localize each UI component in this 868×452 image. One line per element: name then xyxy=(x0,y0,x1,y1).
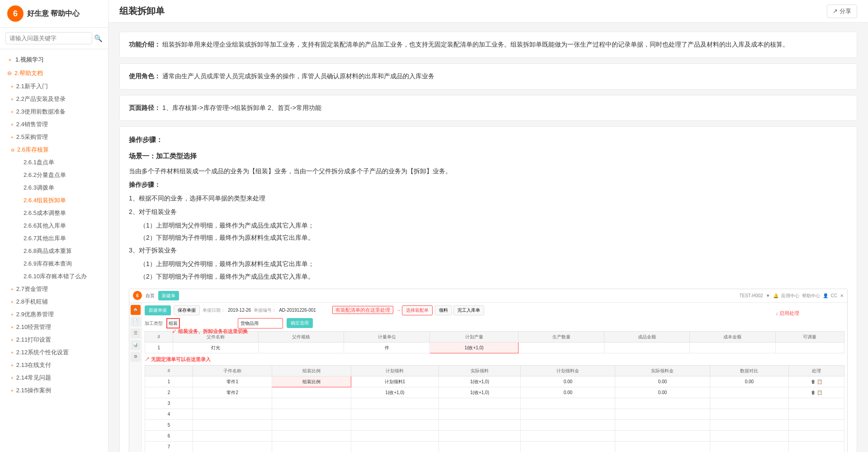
btn-save[interactable]: 保存单据 xyxy=(174,305,200,315)
col-prod-amount: 成品金额 xyxy=(604,331,689,342)
btn-select-order[interactable]: 选择装配单 xyxy=(402,305,433,315)
close-icon[interactable]: ✕ xyxy=(840,292,844,300)
sidebar-chart-icon[interactable]: 📊 xyxy=(131,340,141,350)
col-plan-qty: 计划产量 xyxy=(429,331,519,342)
table-row: 6 xyxy=(145,431,844,442)
sidebar-item-2-6-9[interactable]: 2.6.9库存账本查询 xyxy=(24,257,108,270)
col-cost-amount: 成本金额 xyxy=(690,331,775,342)
sidebar-item-2-7[interactable]: + 2.7资金管理 xyxy=(11,283,108,295)
col2-num: # xyxy=(145,366,193,376)
sidebar-item-2-6-3[interactable]: 2.6.3调拨单 xyxy=(24,181,108,194)
step2-2: （2）下部明细为子件明细，最终作为原材料生成其它出库单。 xyxy=(140,233,848,243)
sidebar-item-2-6-1[interactable]: 2.6.1盘点单 xyxy=(24,156,108,169)
dot-icon: + xyxy=(11,135,14,140)
col2-plan-pick: 计划领料 xyxy=(351,366,439,376)
sidebar-item-2-11[interactable]: + 2.11打印设置 xyxy=(11,333,108,346)
sidebar-doc-icon[interactable]: 📄 xyxy=(131,317,141,327)
sidebar-item-2-6-2[interactable]: 2.6.2分量盘点单 xyxy=(24,169,108,181)
screenshot-container: 6 自页 新建单 TEST-H002 ▼ 🔔 应用中心 帮助中心 👤 CC ✕ xyxy=(129,289,848,452)
btn-action1[interactable]: 领料 xyxy=(435,305,452,315)
dot-icon: + xyxy=(11,325,14,330)
step2-1: （1）上部明细为父件明细，最终作为产成品生成其它入库单； xyxy=(140,220,848,231)
dot-icon: + xyxy=(11,388,14,393)
step1: 1、根据不同的业务，选择不同单据的类型来处理 xyxy=(129,193,848,204)
user-icon: 👤 xyxy=(823,292,828,300)
plus-icon: ＋ xyxy=(7,56,13,64)
sidebar-item-2-9[interactable]: + 2.9优惠券管理 xyxy=(11,308,108,321)
sidebar-item-2-12[interactable]: + 2.12系统个性化设置 xyxy=(11,346,108,359)
nav-section-docs[interactable]: ⊖ 2.帮助文档 xyxy=(0,67,108,80)
app-menu-tab[interactable]: 新建单 xyxy=(158,291,179,300)
btn-action2[interactable]: 完工入库单 xyxy=(453,305,484,315)
path-text: 1、库存核算->库存管理->组装拆卸单 2、首页->常用功能 xyxy=(162,104,321,111)
table-row: 1 灯光 件 1(收+1,0) xyxy=(145,342,844,353)
date-value: 2019-12-26 xyxy=(228,306,251,314)
apps-label: 应用中心 xyxy=(781,292,799,300)
step3-1: （1）上部明细为父件明细，最终作为原材料生成其它出库单； xyxy=(140,259,848,270)
date-label: 单据日期： xyxy=(203,306,225,314)
share-button[interactable]: ↗ 分享 xyxy=(827,5,857,18)
scene1-desc: 当由多个子件材料组装成一个成品的业务为【组装】业务，当由一个父件拆分成多个子产品… xyxy=(129,166,848,177)
sidebar-item-2-4[interactable]: + 2.4销售管理 xyxy=(11,118,108,131)
sidebar-list-icon[interactable]: ☰ xyxy=(131,328,141,338)
annotation2-text: ↙ 组装业务、拆卸业务在这里切换 xyxy=(172,327,248,336)
col-adj-qty: 可调量 xyxy=(775,331,844,342)
nav-tree: ＋ 1.视频学习 ⊖ 2.帮助文档 + 2.1新手入门 + 2.2产品安装及登录… xyxy=(0,49,108,400)
dot-icon: + xyxy=(11,300,14,305)
child-table: # 子件名称 组装比例 计划领料 实际领料 计划领料金 实际领料金 数据对比 处… xyxy=(145,365,844,452)
sidebar-item-2-14[interactable]: + 2.14常见问题 xyxy=(11,371,108,384)
sidebar-item-2-13[interactable]: + 2.13在线支付 xyxy=(11,359,108,371)
table-row: 4 xyxy=(145,409,844,420)
dot-icon: + xyxy=(11,312,14,317)
role-text: 通常由生产人员或库管人员完成拆装业务的操作，库管人员确认原材料的出库和产成品的入… xyxy=(162,72,434,80)
sidebar-item-2-6[interactable]: ⊖ 2.6库存核算 xyxy=(11,143,108,156)
form-toolbar: 新建单据 保存单据 单据日期： 2019-12-26 单据编号： AD-2019… xyxy=(145,305,844,315)
sidebar-item-2-3[interactable]: + 2.3使用前数据准备 xyxy=(11,105,108,118)
nav-section-video[interactable]: ＋ 1.视频学习 xyxy=(0,53,108,67)
sidebar-settings-icon[interactable]: ⚙ xyxy=(131,352,141,362)
sidebar-item-2-6-6[interactable]: 2.6.6其他入库单 xyxy=(24,219,108,232)
col2-compare: 数据对比 xyxy=(710,366,789,376)
dot-icon: + xyxy=(11,376,14,381)
sidebar-item-2-6-5[interactable]: 2.6.5成本调整单 xyxy=(24,207,108,219)
arrow1: → xyxy=(396,308,401,313)
dot-icon: + xyxy=(11,109,14,114)
sidebar-item-2-8[interactable]: + 2.8手机旺辅 xyxy=(11,295,108,308)
col2-child-name: 子件名称 xyxy=(193,366,272,376)
sidebar-item-2-10[interactable]: + 2.10经营管理 xyxy=(11,321,108,333)
col2-ratio: 组装比例 xyxy=(272,366,351,376)
sidebar-item-2-1[interactable]: + 2.1新手入门 xyxy=(11,80,108,93)
dot-icon: + xyxy=(11,350,14,355)
sidebar-item-2-5[interactable]: + 2.5采购管理 xyxy=(11,131,108,143)
step3-2: （2）下部明细为子件明细，最终作为产成品生成其它入库单。 xyxy=(140,271,848,282)
btn-confirm[interactable]: 确定选用 xyxy=(287,318,313,328)
app-id: TEST-H002 xyxy=(739,292,763,300)
sidebar-item-2-2[interactable]: + 2.2产品安装及登录 xyxy=(11,93,108,105)
search-input[interactable] xyxy=(5,32,92,44)
role-block: 使用角色： 通常由生产人员或库管人员完成拆装业务的操作，库管人员确认原材料的出库… xyxy=(119,63,857,90)
main-area: 组装拆卸单 ↗ 分享 功能介绍： 组装拆卸单用来处理企业组装或拆卸等加工业务，支… xyxy=(108,0,868,452)
content-area: 功能介绍： 组装拆卸单用来处理企业组装或拆卸等加工业务，支持有固定装配清单的产品… xyxy=(108,23,868,452)
sidebar-item-2-6-8[interactable]: 2.6.8商品成本重算 xyxy=(24,245,108,257)
sidebar-item-2-6-10[interactable]: 2.6.10库存账本错了么办 xyxy=(24,270,108,283)
sidebar-item-2-6-4[interactable]: 2.6.4组装拆卸单 xyxy=(24,194,108,207)
col-prod-qty: 生产数量 xyxy=(519,331,604,342)
step2: 2、对于组装业务 xyxy=(129,207,848,218)
table-row: 2 零件2 1(收+1,0) 1(收+1,0) 0.00 0.00 🗑 📋 xyxy=(145,387,844,398)
table-row: 1 零件1 组装比例 计划领料1 1(收+1,0) 0.00 0.00 0.00… xyxy=(145,376,844,387)
page-title: 组装拆卸单 xyxy=(119,5,165,17)
btn-new[interactable]: 新建单据 xyxy=(145,305,171,315)
intro-text: 组装拆卸单用来处理企业组装或拆卸等加工业务，支持有固定装配清单的产品加工业务，也… xyxy=(162,41,789,48)
type-label: 加工类型 xyxy=(145,319,163,327)
logo-text: 好生意 帮助中心 xyxy=(27,9,80,19)
minus-icon: ⊖ xyxy=(7,70,12,76)
sidebar-item-2-6-7[interactable]: 2.6.7其他出库单 xyxy=(24,232,108,245)
dot-icon: + xyxy=(11,363,14,368)
app-topbar-right: TEST-H002 ▼ 🔔 应用中心 帮助中心 👤 CC ✕ xyxy=(739,292,844,300)
sidebar-item-2-15[interactable]: + 2.15操作案例 xyxy=(11,384,108,397)
search-button[interactable]: 🔍 xyxy=(94,34,103,43)
share-icon: ↗ xyxy=(833,8,838,14)
path-block: 页面路径： 1、库存核算->库存管理->组装拆卸单 2、首页->常用功能 xyxy=(119,95,857,121)
sidebar-home-icon[interactable]: 🏠 xyxy=(131,305,141,315)
sidebar-header: 6 好生意 帮助中心 xyxy=(0,0,108,28)
